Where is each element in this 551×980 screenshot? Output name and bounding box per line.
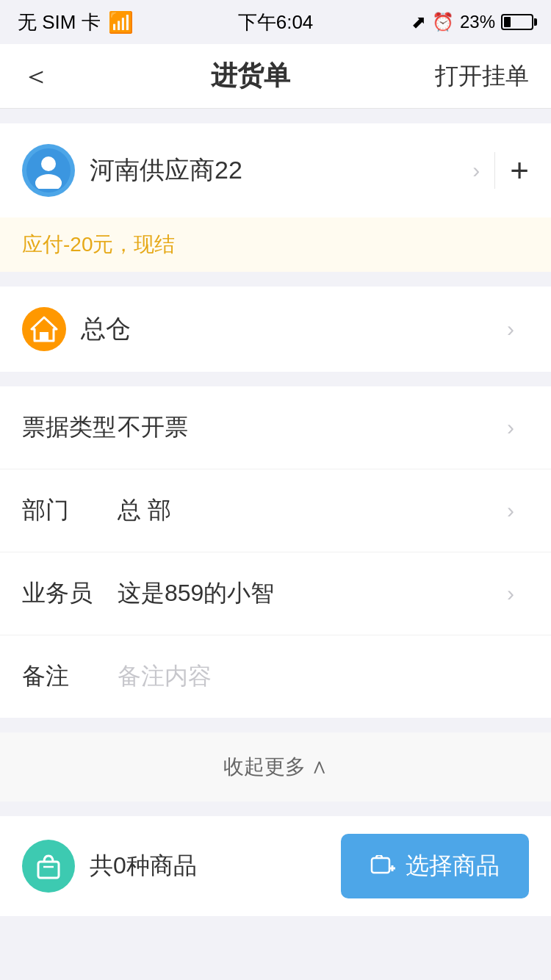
alert-text: 应付-20元，现结 bbox=[22, 233, 175, 256]
nav-bar: ＜ 进货单 打开挂单 bbox=[0, 44, 551, 109]
status-left: 无 SIM 卡 📶 bbox=[18, 10, 134, 35]
supplier-name: 河南供应商22 bbox=[90, 154, 472, 187]
department-chevron-icon: › bbox=[507, 498, 514, 523]
svg-point-1 bbox=[35, 174, 62, 189]
warehouse-row[interactable]: 总仓 › bbox=[0, 287, 551, 372]
salesperson-label: 业务员 bbox=[22, 577, 118, 610]
person-icon bbox=[32, 152, 65, 189]
svg-rect-4 bbox=[38, 862, 59, 878]
product-icon-wrap bbox=[22, 840, 75, 893]
form-section: 票据类型 不开票 › 部门 总 部 › 业务员 这是859的小智 › 备注 备注… bbox=[0, 386, 551, 718]
supplier-section: 河南供应商22 › + 应付-20元，现结 bbox=[0, 123, 551, 272]
remark-input[interactable]: 备注内容 bbox=[118, 660, 529, 693]
bottom-bar: 共0种商品 选择商品 bbox=[0, 816, 551, 916]
salesperson-chevron-icon: › bbox=[507, 581, 514, 606]
remark-label: 备注 bbox=[22, 660, 118, 693]
open-pending-button[interactable]: 打开挂单 bbox=[435, 60, 529, 93]
invoice-chevron-icon: › bbox=[507, 415, 514, 440]
collapse-button[interactable]: 收起更多 ∧ bbox=[0, 732, 551, 801]
department-label: 部门 bbox=[22, 494, 118, 527]
invoice-value: 不开票 bbox=[118, 411, 507, 444]
page-title: 进货单 bbox=[211, 58, 290, 94]
avatar-inner bbox=[26, 148, 71, 192]
warehouse-icon bbox=[30, 316, 58, 342]
svg-rect-6 bbox=[372, 858, 389, 873]
select-product-button[interactable]: 选择商品 bbox=[341, 834, 529, 898]
warehouse-icon-wrap bbox=[22, 307, 66, 351]
collapse-label: 收起更多 ∧ bbox=[223, 755, 328, 778]
invoice-row[interactable]: 票据类型 不开票 › bbox=[0, 386, 551, 469]
back-button[interactable]: ＜ bbox=[22, 57, 66, 95]
supplier-row[interactable]: 河南供应商22 › + bbox=[0, 123, 551, 217]
wifi-icon: 📶 bbox=[108, 10, 134, 35]
status-right: ⬈ ⏰ 23% bbox=[411, 12, 533, 32]
status-time: 下午6:04 bbox=[238, 10, 314, 35]
warehouse-chevron-icon: › bbox=[507, 317, 514, 342]
salesperson-value: 这是859的小智 bbox=[118, 577, 507, 610]
location-icon: ⬈ bbox=[411, 12, 426, 32]
alert-bar: 应付-20元，现结 bbox=[0, 217, 551, 272]
supplier-chevron-icon: › bbox=[472, 158, 480, 183]
warehouse-label: 总仓 bbox=[81, 312, 507, 346]
carrier-label: 无 SIM 卡 bbox=[18, 10, 101, 35]
product-icon bbox=[34, 851, 63, 881]
battery-percent: 23% bbox=[460, 12, 495, 32]
status-bar: 无 SIM 卡 📶 下午6:04 ⬈ ⏰ 23% bbox=[0, 0, 551, 44]
alarm-icon: ⏰ bbox=[432, 12, 454, 32]
remark-row[interactable]: 备注 备注内容 bbox=[0, 635, 551, 718]
select-product-icon bbox=[370, 855, 397, 877]
svg-point-0 bbox=[41, 156, 56, 171]
warehouse-section: 总仓 › bbox=[0, 287, 551, 372]
add-supplier-button[interactable]: + bbox=[494, 152, 529, 189]
svg-rect-3 bbox=[40, 332, 48, 341]
battery-icon bbox=[501, 14, 533, 30]
product-count: 共0种商品 bbox=[90, 850, 341, 882]
select-btn-label: 选择商品 bbox=[406, 850, 500, 882]
department-value: 总 部 bbox=[118, 494, 507, 527]
page-background bbox=[0, 916, 551, 980]
invoice-label: 票据类型 bbox=[22, 411, 118, 444]
top-divider bbox=[0, 109, 551, 123]
supplier-avatar bbox=[22, 144, 75, 197]
department-row[interactable]: 部门 总 部 › bbox=[0, 469, 551, 552]
salesperson-row[interactable]: 业务员 这是859的小智 › bbox=[0, 552, 551, 635]
